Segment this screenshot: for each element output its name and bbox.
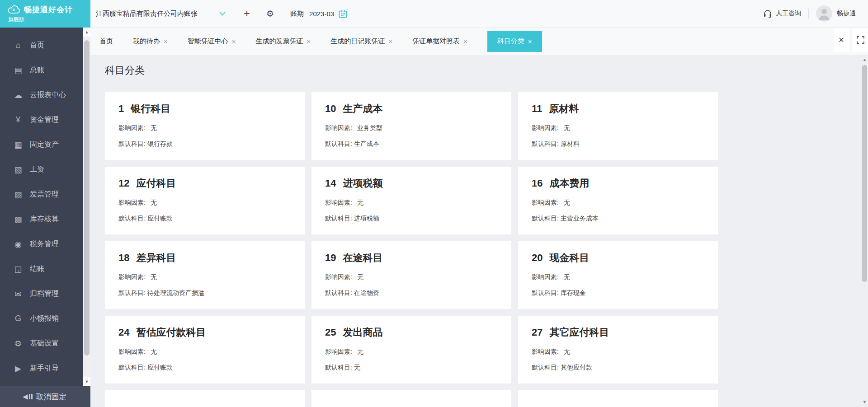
chevron-down-icon[interactable] [219, 12, 226, 16]
scroll-down-icon[interactable]: ▼ [861, 400, 868, 404]
tab-bar: 首页我的待办×智能凭证中心×生成的发票凭证×生成的日记账凭证×凭证单据对照表×科… [90, 28, 868, 55]
sidebar-item-home[interactable]: ⌂首页 [0, 33, 83, 58]
tab-label: 首页 [99, 37, 113, 46]
factor-label: 影响因素: [118, 124, 146, 131]
support-link[interactable]: 人工咨询 [776, 9, 801, 18]
close-all-tabs-button[interactable]: ✕ [834, 28, 849, 52]
card-name: 暂估应付款科目 [136, 327, 206, 338]
username[interactable]: 畅捷通 [837, 9, 856, 18]
sidebar-item-archive[interactable]: ✉归档管理 [0, 281, 83, 306]
factor-value: 业务类型 [357, 124, 382, 131]
card-number: 12 [118, 178, 129, 189]
card-default-line: 默认科目:生产成本 [325, 140, 502, 147]
default-label: 默认科目: [325, 364, 352, 371]
category-card-1[interactable]: 1银行科目影响因素:无默认科目:银行存款 [105, 92, 305, 160]
unpin-label: 取消固定 [36, 392, 67, 402]
sidebar-item-closing[interactable]: ◲结账 [0, 257, 83, 281]
category-card-14[interactable]: 14进项税额影响因素:无默认科目:进项税额 [311, 167, 511, 234]
app-root: ¥ 畅捷通好会计 旗舰版 ⌂首页▤总账☁云报表中心¥资金管理▦固定资产▧工资▨发… [0, 0, 868, 407]
category-card-16[interactable]: 16成本费用影响因素:无默认科目:主营业务成本 [518, 167, 718, 234]
content-scrollbar[interactable]: ▲ ▼ [861, 55, 868, 407]
tab-close-icon[interactable]: × [164, 37, 168, 45]
tab-journal-vouchers[interactable]: 生成的日记账凭证× [330, 37, 392, 46]
tab-close-icon[interactable]: × [528, 37, 532, 45]
scroll-down-icon[interactable]: ▼ [83, 377, 90, 386]
gear-icon[interactable]: ⚙ [266, 9, 274, 19]
factor-value: 无 [357, 348, 363, 355]
card-number: 24 [118, 327, 129, 338]
sidebar-item-member[interactable]: ❝好会员 [0, 381, 83, 386]
default-value: 其他应付款 [561, 364, 592, 371]
expense-icon: G [13, 314, 24, 323]
category-card-10[interactable]: 10生产成本影响因素:业务类型默认科目:生产成本 [311, 92, 511, 160]
category-card-partial[interactable] [311, 390, 511, 407]
category-card-partial[interactable] [105, 390, 305, 407]
card-factor-line: 影响因素:业务类型 [325, 125, 502, 131]
tab-close-icon[interactable]: × [307, 37, 311, 45]
calendar-icon[interactable] [339, 9, 347, 18]
video-guide-icon: ▶ [13, 364, 24, 374]
sidebar-scrollbar[interactable]: ▲ ▼ [83, 28, 90, 386]
category-card-24[interactable]: 24暂估应付款科目影响因素:无默认科目:应付账款 [105, 316, 305, 384]
avatar[interactable] [816, 5, 832, 22]
scroll-up-icon[interactable]: ▲ [861, 57, 868, 62]
tab-close-icon[interactable]: × [463, 37, 467, 45]
factor-label: 影响因素: [325, 199, 352, 206]
category-card-11[interactable]: 11原材料影响因素:无默认科目:原材料 [518, 92, 718, 160]
category-card-12[interactable]: 12应付科目影响因素:无默认科目:应付账款 [105, 167, 305, 234]
category-card-25[interactable]: 25发出商品影响因素:无默认科目:无 [311, 316, 511, 384]
sidebar-item-tax[interactable]: ◉税务管理 [0, 232, 83, 257]
factor-label: 影响因素: [118, 273, 146, 281]
card-default-line: 默认科目:原材料 [532, 140, 709, 147]
sidebar-item-settings[interactable]: ⚙基础设置 [0, 331, 83, 356]
category-card-27[interactable]: 27其它应付科目影响因素:无默认科目:其他应付款 [518, 316, 718, 384]
sidebar-item-salary[interactable]: ▧工资 [0, 157, 83, 182]
company-selector[interactable]: 江西服宝精品有限责任公司内账张 [96, 9, 198, 18]
sidebar-item-inventory[interactable]: ▩库存核算 [0, 207, 83, 232]
headset-icon[interactable] [763, 9, 772, 18]
tab-close-icon[interactable]: × [388, 37, 392, 45]
tab-smart-voucher-center[interactable]: 智能凭证中心× [188, 37, 236, 46]
sidebar-item-general-ledger[interactable]: ▤总账 [0, 58, 83, 83]
svg-text:¥: ¥ [12, 7, 15, 12]
default-label: 默认科目: [532, 140, 559, 147]
default-value: 库存现金 [561, 289, 586, 296]
tab-my-todo[interactable]: 我的待办× [133, 37, 168, 46]
tab-home[interactable]: 首页 [99, 37, 113, 46]
money-bag-icon: ¥ [13, 115, 24, 125]
factor-value: 无 [151, 199, 157, 206]
fullscreen-icon[interactable] [853, 28, 868, 52]
category-card-18[interactable]: 18差异科目影响因素:无默认科目:待处理流动资产损溢 [105, 241, 305, 309]
default-value: 进项税额 [354, 215, 379, 222]
card-title: 16成本费用 [532, 177, 709, 190]
category-card-19[interactable]: 19在途科目影响因素:无默认科目:在途物资 [311, 241, 511, 309]
sidebar-item-funds[interactable]: ¥资金管理 [0, 108, 83, 132]
category-card-20[interactable]: 20现金科目影响因素:无默认科目:库存现金 [518, 241, 718, 309]
period-value[interactable]: 2023-03 [309, 10, 334, 18]
card-number: 19 [325, 252, 336, 263]
content-scrollbar-thumb[interactable] [862, 65, 867, 282]
card-factor-line: 影响因素:无 [532, 199, 709, 206]
tab-invoice-vouchers[interactable]: 生成的发票凭证× [256, 37, 311, 46]
sidebar-item-fixed-assets[interactable]: ▦固定资产 [0, 132, 83, 157]
sidebar-scrollbar-thumb[interactable] [84, 40, 90, 356]
unpin-sidebar-button[interactable]: ◀ 取消固定 [0, 386, 90, 407]
sidebar-item-invoices[interactable]: ▨发票管理 [0, 182, 83, 207]
tab-subject-category[interactable]: 科目分类× [487, 31, 542, 52]
sidebar-item-expense[interactable]: G小畅报销 [0, 306, 83, 331]
sidebar-item-cloud-reports[interactable]: ☁云报表中心 [0, 83, 83, 108]
tab-close-icon[interactable]: × [232, 37, 236, 45]
main-area: 江西服宝精品有限责任公司内账张 + ⚙ 账期 2023-03 [90, 0, 868, 407]
brand-name: 畅捷通好会计 [24, 5, 73, 15]
default-label: 默认科目: [532, 364, 559, 371]
tab-voucher-document-comparison[interactable]: 凭证单据对照表× [412, 37, 467, 46]
card-factor-line: 影响因素:无 [118, 199, 296, 206]
scroll-up-icon[interactable]: ▲ [83, 28, 90, 37]
sidebar-item-label: 新手引导 [30, 364, 59, 373]
top-bar: 江西服宝精品有限责任公司内账张 + ⚙ 账期 2023-03 [90, 0, 868, 28]
sidebar-item-guide[interactable]: ▶新手引导 [0, 356, 83, 381]
factor-label: 影响因素: [532, 273, 559, 281]
category-card-partial[interactable] [518, 390, 718, 407]
add-account-button[interactable]: + [244, 8, 250, 19]
sidebar-item-label: 基础设置 [30, 339, 59, 348]
